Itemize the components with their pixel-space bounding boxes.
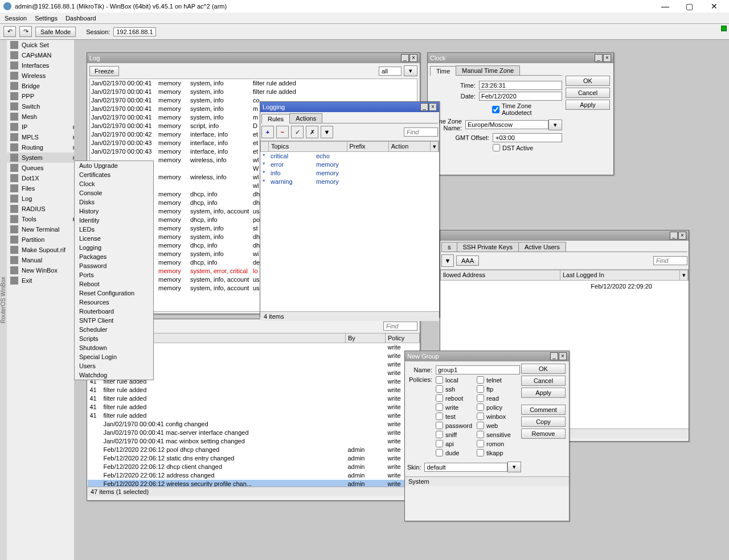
history-row[interactable]: 41filter rule addedwrite (88, 386, 420, 394)
history-row[interactable]: Jan/02/1970 00:00:41 mac winbox setting … (88, 437, 420, 446)
col-policy[interactable]: Policy (386, 333, 420, 343)
menu-item-certificates[interactable]: Certificates (75, 170, 153, 179)
policy-ftp-checkbox[interactable] (477, 385, 484, 393)
tab-ssh-keys[interactable]: SSH Private Keys (457, 242, 519, 252)
undo-button[interactable]: ↶ (3, 26, 16, 37)
menu-item-ports[interactable]: Ports (75, 270, 153, 279)
col-dropdown[interactable]: ▾ (431, 142, 439, 151)
maximize-button[interactable]: ▢ (678, 2, 701, 11)
log-row[interactable]: Jan/02/1970 00:00:41memorysystem, infofi… (90, 88, 417, 96)
sidebar-item-ppp[interactable]: PPP (7, 91, 80, 101)
tab-unknown[interactable]: s (441, 242, 457, 252)
policy-password-checkbox[interactable] (436, 422, 443, 429)
group-comment-button[interactable]: Comment (521, 405, 566, 415)
group-remove-button[interactable]: Remove (521, 429, 566, 439)
history-row[interactable]: 41filter rule addedwrite (88, 403, 420, 411)
menu-item-resources[interactable]: Resources (75, 298, 153, 307)
group-name-input[interactable] (436, 365, 520, 374)
policy-tikapp-checkbox[interactable] (477, 449, 484, 456)
minimize-icon[interactable]: _ (670, 232, 678, 240)
aaa-button[interactable]: AAA (456, 256, 479, 266)
col-by[interactable]: By (346, 333, 386, 343)
sidebar-item-log[interactable]: Log (7, 193, 80, 204)
sidebar-item-make-supout-rif[interactable]: Make Supout.rif (7, 245, 80, 255)
menu-item-special-login[interactable]: Special Login (75, 352, 153, 361)
col-dropdown[interactable]: ▾ (680, 270, 688, 280)
minimize-icon[interactable]: _ (420, 103, 428, 111)
sidebar-item-partition[interactable]: Partition (7, 234, 80, 245)
history-row[interactable]: Feb/12/2020 22:06:12 wireless security p… (88, 480, 420, 487)
clock-cancel-button[interactable]: Cancel (566, 88, 610, 98)
sidebar-item-switch[interactable]: Switch (7, 101, 80, 112)
menu-item-license[interactable]: License (75, 234, 153, 243)
logging-rule-row[interactable]: *criticalecho (260, 152, 439, 160)
history-row[interactable]: 41filter rule addedwrite (88, 394, 420, 403)
sidebar-item-ip[interactable]: IP▶ (7, 122, 80, 132)
log-row[interactable]: Jan/02/1970 00:00:41memorysystem, infofi… (90, 79, 417, 88)
minimize-icon[interactable]: _ (595, 54, 603, 62)
policy-web-checkbox[interactable] (477, 422, 484, 429)
policy-dude-checkbox[interactable] (436, 449, 443, 456)
tab-manual-tz[interactable]: Manual Time Zone (456, 65, 520, 75)
sidebar-item-new-winbox[interactable]: New WinBox (7, 265, 80, 275)
skin-input[interactable] (424, 463, 507, 472)
sidebar-item-exit[interactable]: Exit (7, 275, 80, 286)
menu-settings[interactable]: Settings (35, 15, 58, 22)
policy-ssh-checkbox[interactable] (436, 385, 443, 393)
menu-item-identity[interactable]: Identity (75, 216, 153, 225)
menu-item-auto-upgrade[interactable]: Auto Upgrade (75, 161, 153, 170)
tzname-input[interactable] (465, 120, 548, 129)
col-prefix[interactable]: Prefix (347, 142, 389, 151)
menu-item-watchdog[interactable]: Watchdog (75, 370, 153, 380)
policy-romon-checkbox[interactable] (477, 440, 484, 447)
tab-rules[interactable]: Rules (261, 114, 290, 123)
col-allowed-addr[interactable]: llowed Address (441, 270, 560, 280)
sidebar-item-new-terminal[interactable]: New Terminal (7, 224, 80, 234)
policy-sensitive-checkbox[interactable] (477, 431, 484, 438)
date-input[interactable] (479, 92, 562, 101)
menu-item-reboot[interactable]: Reboot (75, 279, 153, 289)
minimize-icon[interactable]: _ (401, 54, 409, 62)
tzname-dropdown[interactable]: ▾ (548, 120, 562, 130)
sidebar-item-wireless[interactable]: Wireless (7, 71, 80, 81)
freeze-button[interactable]: Freeze (89, 66, 119, 76)
sidebar-item-capsman[interactable]: CAPsMAN (7, 50, 80, 60)
sidebar-item-tools[interactable]: Tools▶ (7, 214, 80, 224)
history-row[interactable]: Jan/02/1970 00:00:41 config changedwrite (88, 420, 420, 429)
minimize-icon[interactable]: _ (550, 352, 558, 360)
close-icon[interactable]: × (429, 103, 437, 111)
menu-item-history[interactable]: History (75, 207, 153, 216)
time-input[interactable] (479, 81, 562, 90)
policy-policy-checkbox[interactable] (477, 403, 484, 411)
close-icon[interactable]: × (678, 232, 686, 240)
group-cancel-button[interactable]: Cancel (521, 376, 566, 386)
minimize-button[interactable]: — (654, 2, 677, 11)
policy-local-checkbox[interactable] (436, 376, 443, 384)
policy-sniff-checkbox[interactable] (436, 431, 443, 438)
history-row[interactable]: Jan/02/1970 00:00:41 mac-server interfac… (88, 429, 420, 437)
remove-button[interactable]: − (276, 126, 289, 138)
menu-item-logging[interactable]: Logging (75, 243, 153, 252)
close-icon[interactable]: × (409, 54, 417, 62)
logging-rule-row[interactable]: *warningmemory (260, 178, 439, 186)
sidebar-item-radius[interactable]: RADIUS (7, 204, 80, 214)
close-button[interactable]: ✕ (703, 2, 726, 11)
policy-test-checkbox[interactable] (436, 413, 443, 420)
sidebar-item-routing[interactable]: Routing▶ (7, 142, 80, 153)
logging-rule-row[interactable]: *errormemory (260, 160, 439, 169)
menu-item-leds[interactable]: LEDs (75, 225, 153, 234)
col-last-login[interactable]: Last Logged In (560, 270, 680, 280)
enable-button[interactable]: ✓ (291, 126, 304, 138)
group-copy-button[interactable]: Copy (521, 417, 566, 427)
safe-mode-button[interactable]: Safe Mode (35, 27, 76, 37)
sidebar-item-interfaces[interactable]: Interfaces (7, 60, 80, 71)
history-row[interactable]: 41filter rule addedwrite (88, 411, 420, 420)
skin-dropdown[interactable]: ▾ (507, 462, 521, 472)
menu-item-scheduler[interactable]: Scheduler (75, 325, 153, 334)
menu-item-reset-configuration[interactable]: Reset Configuration (75, 289, 153, 298)
menu-item-shutdown[interactable]: Shutdown (75, 343, 153, 352)
sidebar-item-quick-set[interactable]: Quick Set (7, 40, 80, 50)
menu-session[interactable]: Session (5, 15, 27, 22)
menu-item-disks[interactable]: Disks (75, 197, 153, 207)
policy-write-checkbox[interactable] (436, 403, 443, 411)
